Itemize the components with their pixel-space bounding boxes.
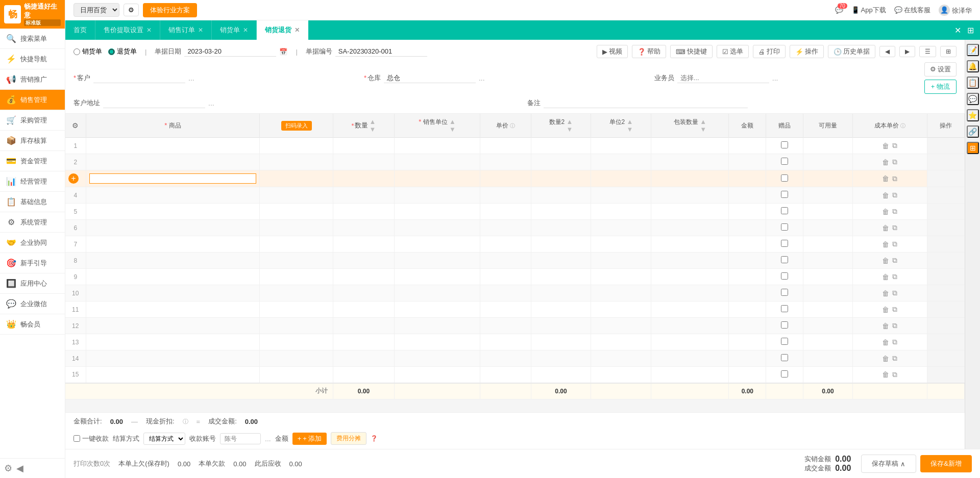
operations-btn[interactable]: ⚡ 操作 bbox=[790, 45, 824, 58]
sidebar-item-search-menu[interactable]: 🔍搜索菜单 bbox=[0, 29, 65, 49]
cell-7-5[interactable] bbox=[591, 236, 651, 253]
cell-1-5[interactable] bbox=[591, 138, 651, 154]
cell-1-3[interactable] bbox=[480, 138, 531, 154]
cell-12-6[interactable] bbox=[651, 318, 729, 334]
app-download-link[interactable]: 📱 App下载 bbox=[851, 6, 886, 15]
tab-expand-btn[interactable]: ⊞ bbox=[965, 24, 976, 36]
product-cell-2[interactable] bbox=[86, 154, 260, 170]
cell-7-7[interactable] bbox=[729, 236, 766, 253]
cell-7-2[interactable] bbox=[394, 236, 480, 253]
rp-btn-5[interactable]: ⭐ bbox=[967, 109, 979, 121]
next-bill-btn[interactable]: ▶ bbox=[899, 46, 915, 57]
gift-checkbox-15[interactable] bbox=[781, 370, 788, 378]
address-select-btn[interactable]: ... bbox=[208, 99, 214, 107]
cell-3-2[interactable] bbox=[394, 170, 480, 187]
gift-checkbox-14[interactable] bbox=[781, 354, 788, 361]
cell-9-1[interactable] bbox=[333, 269, 394, 285]
cell-1-4[interactable] bbox=[531, 138, 591, 154]
cell-14-4[interactable] bbox=[531, 350, 591, 367]
product-cell-7[interactable] bbox=[86, 236, 260, 253]
cell-1-6[interactable] bbox=[651, 138, 729, 154]
close-all-tabs-btn[interactable]: ✕ bbox=[952, 24, 963, 36]
product-cell-4[interactable] bbox=[86, 187, 260, 204]
cell-10-7[interactable] bbox=[729, 285, 766, 301]
cell-8-3[interactable] bbox=[480, 253, 531, 269]
copy-row-btn-14[interactable]: ⧉ bbox=[892, 354, 897, 363]
cell-11-2[interactable] bbox=[394, 301, 480, 318]
gift-checkbox-5[interactable] bbox=[781, 207, 788, 214]
account-select-btn[interactable]: ... bbox=[265, 435, 271, 443]
gift-checkbox-4[interactable] bbox=[781, 191, 788, 198]
gift-checkbox-2[interactable] bbox=[781, 158, 788, 165]
cell-8-2[interactable] bbox=[394, 253, 480, 269]
date-input[interactable] bbox=[184, 46, 276, 57]
message-area[interactable]: 💬 70 bbox=[835, 6, 843, 14]
cell-12-9[interactable] bbox=[803, 318, 852, 334]
account-method-select[interactable]: 结算方式 bbox=[143, 433, 185, 445]
cell-10-5[interactable] bbox=[591, 285, 651, 301]
cell-2-9[interactable] bbox=[803, 154, 852, 170]
print-btn[interactable]: 🖨 打印 bbox=[753, 45, 786, 58]
cell-6-9[interactable] bbox=[803, 220, 852, 236]
cell-6-0[interactable] bbox=[260, 220, 333, 236]
cell-5-2[interactable] bbox=[394, 204, 480, 220]
sidebar-item-sales-mgmt[interactable]: 💰销售管理 bbox=[0, 90, 65, 110]
gift-checkbox-9[interactable] bbox=[781, 272, 788, 280]
cell-4-7[interactable] bbox=[729, 187, 766, 204]
cell-9-4[interactable] bbox=[531, 269, 591, 285]
tab-close-sales-return[interactable]: ✕ bbox=[295, 27, 300, 34]
cell-14-7[interactable] bbox=[729, 350, 766, 367]
rp-btn-6[interactable]: 🔗 bbox=[967, 125, 979, 138]
cell-15-3[interactable] bbox=[480, 367, 531, 383]
cell-1-7[interactable] bbox=[729, 138, 766, 154]
copy-row-btn-15[interactable]: ⧉ bbox=[892, 370, 897, 379]
sidebar-item-system-mgmt[interactable]: ⚙系统管理 bbox=[0, 212, 65, 233]
cell-11-7[interactable] bbox=[729, 301, 766, 318]
product-cell-8[interactable] bbox=[86, 253, 260, 269]
sidebar-item-enterprise-wechat[interactable]: 💬企业微信 bbox=[0, 294, 65, 314]
delete-row-btn-3[interactable]: 🗑 bbox=[882, 174, 889, 183]
cell-11-9[interactable] bbox=[803, 301, 852, 318]
delete-row-btn-8[interactable]: 🗑 bbox=[882, 257, 889, 265]
product-cell-1[interactable] bbox=[86, 138, 260, 154]
gift-checkbox-6[interactable] bbox=[781, 223, 788, 231]
sidebar-item-enterprise[interactable]: 🤝企业协同 bbox=[0, 233, 65, 253]
cell-15-6[interactable] bbox=[651, 367, 729, 383]
cell-2-3[interactable] bbox=[480, 154, 531, 170]
account-no-input[interactable] bbox=[220, 433, 261, 444]
cell-7-1[interactable] bbox=[333, 236, 394, 253]
cell-5-5[interactable] bbox=[591, 204, 651, 220]
cell-5-6[interactable] bbox=[651, 204, 729, 220]
delete-row-btn-11[interactable]: 🗑 bbox=[882, 306, 889, 314]
cell-2-0[interactable] bbox=[260, 154, 333, 170]
cell-13-3[interactable] bbox=[480, 334, 531, 350]
gift-checkbox-11[interactable] bbox=[781, 305, 788, 312]
cell-1-1[interactable] bbox=[333, 138, 394, 154]
cell-15-9[interactable] bbox=[803, 367, 852, 383]
copy-row-btn-7[interactable]: ⧉ bbox=[892, 240, 897, 248]
grid-view-btn[interactable]: ⊞ bbox=[940, 46, 957, 57]
cell-2-6[interactable] bbox=[651, 154, 729, 170]
save-new-btn[interactable]: 保存&新增 bbox=[920, 455, 972, 472]
online-service-link[interactable]: 💬 在线客服 bbox=[894, 6, 931, 15]
select-bill-btn[interactable]: ☑ 选单 bbox=[717, 45, 749, 58]
cell-15-5[interactable] bbox=[591, 367, 651, 383]
cell-5-4[interactable] bbox=[531, 204, 591, 220]
cell-13-4[interactable] bbox=[531, 334, 591, 350]
video-btn[interactable]: ▶ 视频 bbox=[597, 45, 628, 58]
copy-row-btn-10[interactable]: ⧉ bbox=[892, 289, 897, 297]
cell-15-4[interactable] bbox=[531, 367, 591, 383]
tab-price-settings[interactable]: 售价提取设置✕ bbox=[95, 20, 160, 40]
delete-row-btn-4[interactable]: 🗑 bbox=[882, 191, 889, 199]
cell-3-1[interactable] bbox=[333, 170, 394, 187]
cell-13-2[interactable] bbox=[394, 334, 480, 350]
cell-7-3[interactable] bbox=[480, 236, 531, 253]
cell-11-4[interactable] bbox=[531, 301, 591, 318]
tab-close-sales-order[interactable]: ✕ bbox=[198, 27, 203, 34]
one-click-checkbox[interactable] bbox=[74, 435, 80, 442]
user-info[interactable]: 👤 徐泽华 bbox=[939, 5, 972, 16]
cell-11-3[interactable] bbox=[480, 301, 531, 318]
cell-11-6[interactable] bbox=[651, 301, 729, 318]
cell-4-2[interactable] bbox=[394, 187, 480, 204]
cell-3-9[interactable] bbox=[803, 170, 852, 187]
